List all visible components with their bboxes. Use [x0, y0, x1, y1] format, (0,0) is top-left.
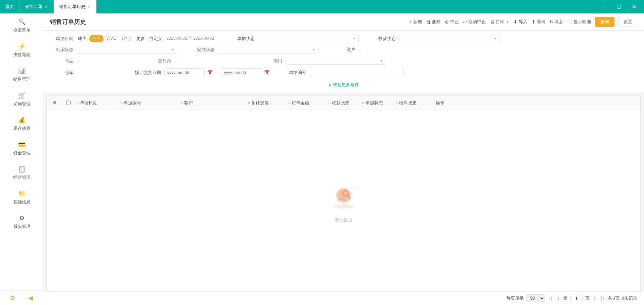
sidebar-collapse-icon[interactable]: ◀ [28, 294, 33, 302]
query-button[interactable]: 查询 [595, 17, 614, 27]
shortcut-more[interactable]: 更多 [135, 35, 146, 42]
sidebar-item-purchase-mgmt[interactable]: 🛒 采购管理 [0, 87, 43, 112]
window-close[interactable]: ✕ [628, 3, 640, 10]
stop-label: 中止 [450, 19, 459, 25]
table-settings-icon[interactable]: ⚙ [53, 100, 57, 105]
refresh-button[interactable]: ↻ 刷新 [550, 19, 564, 25]
delivery-date-start[interactable] [164, 68, 205, 77]
delete-label: 删除 [432, 19, 441, 25]
out-status-select[interactable]: ▼ [77, 46, 177, 53]
capital-mgmt-icon: 💳 [18, 141, 26, 148]
purchase-mgmt-icon: 🛒 [18, 92, 26, 99]
new-button[interactable]: + 新增 [409, 19, 422, 25]
th-settings[interactable]: ⚙ [50, 100, 63, 105]
tab-home[interactable]: 首页 [0, 0, 20, 13]
th-pay-status-label: 收款状态 [332, 100, 349, 106]
window-minimize[interactable]: ─ [599, 3, 610, 10]
sort-amount-icon: ⇅ [288, 101, 291, 105]
display-toggle[interactable]: 显示明细 [568, 19, 591, 25]
sidebar-settings-icon[interactable]: ⚙ [10, 294, 15, 302]
th-order-status[interactable]: ⇅ 单据状态 [359, 100, 393, 106]
receipt-status-chevron: ▼ [493, 37, 497, 40]
date-filter-control: 昨天 今天 近7天 近1月 更多 自定义 2023-06-02 至 2023-0… [77, 35, 231, 42]
order-no-label: 单据编号 [283, 70, 310, 76]
th-order-no[interactable]: ⇅ 单据编号 [117, 100, 178, 106]
th-pay-status[interactable]: ⇅ 收款状态 [326, 100, 359, 106]
th-out-status[interactable]: ⇅ 出库状态 [393, 100, 433, 106]
sidebar-item-basic-info[interactable]: 📁 基础信息 [0, 185, 43, 210]
shortcut-custom[interactable]: 自定义 [148, 35, 164, 42]
print-dropdown-icon: ▼ [506, 20, 509, 24]
toolbar: + 新增 🗑 删除 ⊘ 中止 ↩ 取消中止 🖨 打印 [409, 17, 637, 27]
page-word-pre: 第 [563, 295, 568, 301]
product-ellipsis: ··· [77, 58, 80, 63]
receipt-status-select[interactable]: ▼ [399, 35, 500, 42]
page-word: 页 [585, 295, 590, 301]
page-prev-button[interactable]: ⟨ [556, 295, 561, 302]
window-maximize[interactable]: □ [614, 3, 624, 10]
th-order-label: 单据编号 [124, 100, 141, 106]
sidebar-item-inventory[interactable]: 💰 库存核算 [0, 112, 43, 136]
top-bar-actions: ─ □ ✕ [595, 0, 644, 13]
sys-mgmt-icon: ⚙ [19, 215, 25, 222]
delivery-calendar-start-icon: 📅 [207, 70, 213, 75]
tab-sales-order-history-close[interactable]: ✕ [87, 4, 91, 9]
th-customer[interactable]: ⇅ 客户 [178, 100, 245, 106]
dept-label: 部门 [259, 58, 286, 64]
th-delivery-label: 预计交货... [251, 100, 272, 106]
basic-info-icon: 📁 [18, 190, 26, 197]
page-last-button[interactable]: ⟩⟩ [599, 295, 605, 302]
page-next-button[interactable]: ⟩ [592, 295, 597, 302]
tab-sales-order-label: 销售订单 [25, 4, 43, 10]
shortcut-last7[interactable]: 近7天 [105, 35, 119, 42]
page-first-button[interactable]: ⟨⟨ [548, 295, 554, 302]
page-size-select[interactable]: 50 20 100 [526, 294, 545, 302]
th-ops: 操作 [433, 100, 637, 106]
th-amount[interactable]: ⇅ 订单金额 [285, 100, 326, 106]
delivery-date-separator: — [215, 70, 219, 75]
sidebar-item-sys-mgmt[interactable]: ⚙ 系统管理 [0, 210, 43, 234]
shortcut-today[interactable]: 今天 [89, 35, 103, 42]
sidebar-item-inventory-label: 库存核算 [13, 125, 31, 131]
sort-delivery-icon: ⇅ [248, 101, 250, 105]
display-toggle-checkbox[interactable] [568, 20, 572, 24]
sidebar-item-business-mgmt[interactable]: 📋 经营管理 [0, 161, 43, 185]
customer-control: ··· [359, 47, 637, 52]
order-status-select[interactable]: ▼ [258, 35, 359, 42]
export-button[interactable]: ⬆ 导出 [531, 19, 546, 25]
settings-button[interactable]: 设置 [618, 17, 637, 27]
dept-select[interactable]: ▼ [286, 57, 386, 65]
cancel-stop-button[interactable]: ↩ 取消中止 [463, 19, 486, 25]
sidebar-item-quick-nav[interactable]: ⚡ 快捷导航 [0, 38, 43, 63]
page-number-input[interactable] [570, 295, 583, 302]
export-icon: ⬆ [531, 19, 535, 25]
print-button[interactable]: 🖨 打印 ▼ [490, 19, 509, 25]
sidebar-item-capital-mgmt[interactable]: 💳 资金管理 [0, 136, 43, 161]
page-size-label: 每页显示 [506, 295, 524, 301]
filter-row-1: 单据日期 昨天 今天 近7天 近1月 更多 自定义 2023-06-02 至 2… [50, 35, 637, 42]
select-all-checkbox[interactable] [66, 101, 71, 105]
completion-status-select[interactable]: ▼ [218, 46, 318, 53]
tab-sales-order-close[interactable]: ✕ [45, 4, 48, 9]
shortcut-last1m[interactable]: 近1月 [120, 35, 134, 42]
collapse-button[interactable]: ∧ 收起更多条件 [50, 80, 637, 88]
sidebar-item-search-menu-label: 搜索菜单 [13, 27, 31, 33]
sidebar-item-search-menu[interactable]: 🔍 搜索菜单 [0, 13, 43, 38]
sidebar-item-sales-mgmt[interactable]: 📊 销售管理 [0, 63, 43, 87]
delivery-date-end[interactable] [221, 68, 261, 77]
th-out-status-label: 出库状态 [399, 100, 417, 106]
import-button[interactable]: ⬇ 导入 [513, 19, 527, 25]
tab-sales-order-history[interactable]: 销售订单历史 ✕ [54, 0, 96, 13]
th-checkbox[interactable] [63, 101, 74, 105]
th-delivery[interactable]: ⇅ 预计交货... [245, 100, 285, 106]
sidebar-item-sales-mgmt-label: 销售管理 [13, 76, 31, 82]
stop-button[interactable]: ⊘ 中止 [445, 19, 459, 25]
th-date[interactable]: ⇅ 单据日期 [74, 100, 117, 106]
tab-sales-order[interactable]: 销售订单 ✕ [20, 0, 54, 13]
order-no-input[interactable] [310, 68, 404, 77]
sort-customer-icon: ⇅ [180, 101, 183, 105]
sidebar-item-basic-info-label: 基础信息 [13, 199, 31, 205]
delete-button[interactable]: 🗑 删除 [426, 19, 441, 25]
date-shortcuts: 昨天 今天 近7天 近1月 更多 自定义 [77, 35, 164, 42]
shortcut-yesterday[interactable]: 昨天 [77, 35, 88, 42]
